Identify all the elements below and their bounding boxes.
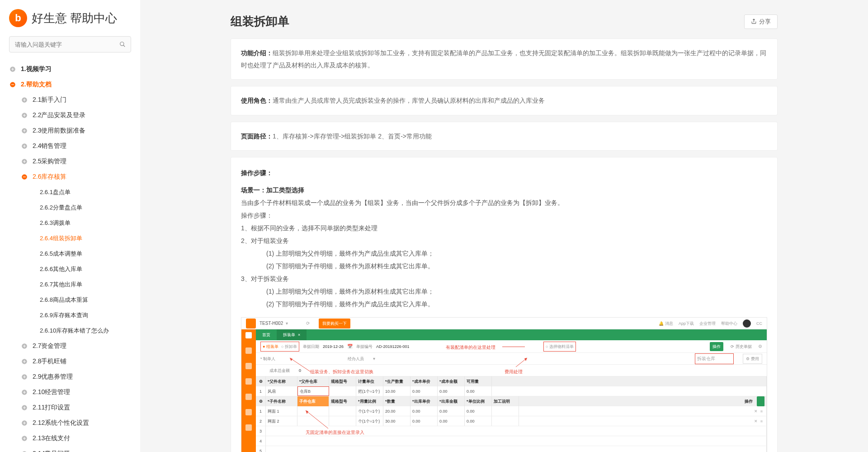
step3-1: (1) 上部明细为父件明细，最终作为原材料生成其它出库单； (241, 285, 767, 298)
plus-icon (21, 404, 28, 411)
arrow-icon (301, 408, 333, 431)
nav-2-6-1[interactable]: 2.6.1盘点单 (9, 185, 131, 200)
th-child-wh: 子件仓库 (297, 396, 329, 406)
th-ratio: *用量比例 (356, 396, 383, 406)
nav-label: 2.6.2分量盘点单 (40, 204, 82, 212)
nav-2-4[interactable]: 2.4销售管理 (9, 138, 131, 154)
nav-label: 2.6.8商品成本重算 (40, 296, 88, 304)
td-price: 0.00 (410, 416, 438, 426)
ss-parent-table-header: ⚙ *父件名称 *父件仓库 规格型号 计量单位 *生产数量 *成本单价 *成本金… (256, 376, 767, 386)
nav-label: 1.视频学习 (21, 65, 52, 73)
nav-2-2[interactable]: 2.2产品安装及登录 (9, 108, 131, 123)
svg-line-23 (306, 410, 328, 428)
expand-icon (757, 396, 765, 406)
th-unit: 计量单位 (356, 376, 383, 386)
nav-2-11[interactable]: 2.11打印设置 (9, 400, 131, 415)
role-label: 使用角色： (241, 97, 273, 104)
nav-label: 2.6.4组装拆卸单 (40, 234, 82, 243)
td-name: 网面 2 (266, 416, 297, 426)
step3: 3、对于拆装业务 (241, 272, 767, 285)
plus-icon (21, 389, 28, 396)
td-blank (266, 436, 767, 446)
scene1-title: 场景一：加工类型选择 (241, 184, 767, 196)
ss-history-link: ⟳ 历史单据 (731, 343, 752, 351)
refresh-icon: ⟳ (306, 319, 310, 328)
td-idx: 1 (256, 386, 266, 396)
nav-video-learning[interactable]: 1.视频学习 (9, 62, 131, 77)
step3-2: (2) 下部明细为子件明细，最终作为产成品生成其它入库单。 (241, 298, 767, 310)
nav-2-6-3[interactable]: 2.6.3调拨单 (9, 215, 131, 231)
td-qty: 20.00 (383, 406, 410, 416)
sort-icon: ≡ (760, 417, 763, 425)
ss-buy-button: 我要购买一下 (319, 319, 350, 328)
nav-2-10[interactable]: 2.10经营管理 (9, 385, 131, 400)
th-child: *子件名称 (266, 396, 297, 406)
ss-tabs: 首页 拆装单 × (256, 329, 767, 340)
logo-icon: b (9, 9, 27, 27)
th-out-price: *出库单价 (410, 396, 438, 406)
nav-2-9[interactable]: 2.9优惠券管理 (9, 369, 131, 385)
ss-toolbar: ● 组装单 ○ 拆卸单 单据日期 2019-12-26 📅 单据编号 AD-20… (256, 340, 767, 353)
nav-2-13[interactable]: 2.13在线支付 (9, 431, 131, 446)
ss-tab-assembly: 拆装单 × (277, 329, 307, 340)
td-amt: 0.00 (438, 386, 465, 396)
nav-2-12[interactable]: 2.12系统个性化设置 (9, 415, 131, 431)
home-icon (245, 332, 252, 338)
nav-label: 2.2产品安装及登录 (33, 111, 85, 119)
nav-label: 2.6库存核算 (33, 173, 66, 181)
nav-2-6-10[interactable]: 2.6.10库存账本错了怎么办 (9, 323, 131, 338)
ss-note1: 有装配清单的在这里处理 (446, 343, 495, 352)
nav-label: 2.帮助文档 (21, 81, 52, 89)
td-remark (492, 406, 519, 416)
td-ops: ✕ ≡ (519, 416, 767, 426)
nav-2-6-4[interactable]: 2.6.4组装拆卸单 (9, 231, 131, 246)
ss-ent-link: 企业管理 (699, 319, 716, 328)
step2-1: (1) 上部明细为父件明细，最终作为产成品生成其它入库单； (241, 247, 767, 260)
page-header: 组装拆卸单 分享 (231, 14, 778, 29)
search-input[interactable] (9, 36, 131, 52)
nav-2-5[interactable]: 2.5采购管理 (9, 154, 131, 169)
th-parent-wh: *父件仓库 (297, 376, 329, 386)
nav-2-6-6[interactable]: 2.6.6其他入库单 (9, 262, 131, 277)
td-adjust: 0.00 (465, 406, 492, 416)
td-spec (329, 386, 356, 396)
td-avail: 0.00 (465, 386, 492, 396)
nav-label: 2.13在线支付 (33, 434, 70, 442)
nav-2-6-9[interactable]: 2.6.9库存账本查询 (9, 308, 131, 323)
nav-label: 2.3使用前数据准备 (33, 127, 85, 135)
nav-2-6-2[interactable]: 2.6.2分量盘点单 (9, 200, 131, 215)
nav-2-8[interactable]: 2.8手机旺铺 (9, 354, 131, 369)
nav-label: 2.6.6其他入库单 (40, 265, 82, 273)
nav-2-6-5[interactable]: 2.6.5成本调整单 (9, 246, 131, 262)
intro-text: 组装拆卸单用来处理企业组装或拆卸等加工业务，支持有固定装配清单的产品加工业务，也… (241, 49, 766, 69)
nav-label: 2.6.9库存账本查询 (40, 311, 88, 319)
ss-top-right: 🔔 消息 App下载 企业管理 帮助中心 CC (659, 319, 762, 328)
ss-help-link: 帮助中心 (721, 319, 737, 328)
nav-2-3[interactable]: 2.3使用前数据准备 (9, 123, 131, 138)
nav-label: 2.5采购管理 (33, 157, 66, 166)
td-idx: 2 (256, 416, 266, 426)
share-button[interactable]: 分享 (744, 14, 778, 29)
ss-date-label: 单据日期 (303, 343, 319, 351)
nav-label: 2.8手机旺铺 (33, 357, 66, 366)
ss-maker-label: * 制单人 (260, 355, 275, 363)
svg-point-0 (120, 42, 124, 46)
ss-bom-radio: ○ 选择物料清单 (543, 342, 576, 352)
th-child-qty: *数量 (383, 396, 410, 406)
search-icon[interactable] (119, 41, 126, 48)
arrow-line (502, 347, 525, 347)
nav-help-docs[interactable]: 2.帮助文档 (9, 77, 131, 92)
td-qty: 30.00 (383, 416, 410, 426)
nav-2-7[interactable]: 2.7资金管理 (9, 338, 131, 354)
nav-2-6-8[interactable]: 2.6.8商品成本重算 (9, 292, 131, 308)
plus-icon (9, 66, 16, 73)
nav-2-1[interactable]: 2.1新手入门 (9, 92, 131, 108)
nav-2-14[interactable]: 2.14常见问题 (9, 446, 131, 452)
nav-label: 2.1新手入门 (33, 96, 66, 104)
td-blank (266, 446, 767, 452)
ss-logo-icon (246, 319, 256, 328)
nav-2-6-7[interactable]: 2.6.7其他出库单 (9, 277, 131, 292)
ss-form-row2: 成本总金额 0 组装业务、拆卸业务在这里切换 费用处理 (256, 365, 767, 376)
nav-2-6[interactable]: 2.6库存核算 (9, 169, 131, 185)
role-text: 通常由生产人员或库管人员完成拆装业务的操作，库管人员确认原材料的出库和产成品的入… (273, 97, 545, 104)
